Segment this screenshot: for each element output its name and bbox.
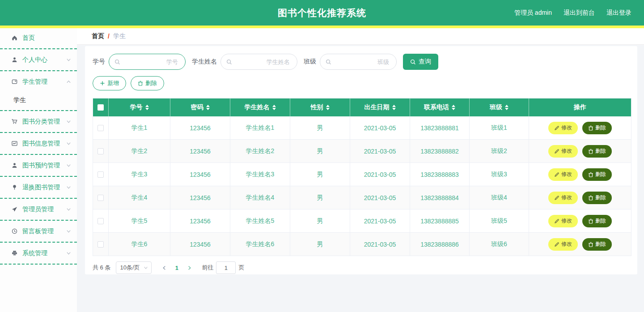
column-header[interactable]: 学生姓名 [230,98,290,116]
edit-button[interactable]: 修改 [548,215,578,227]
sort-caret-icon[interactable] [326,105,330,110]
page-size-select[interactable]: 10条/页 [116,261,152,274]
row-checkbox[interactable] [97,148,104,154]
select-all-checkbox[interactable] [97,104,104,111]
sidebar-item-message-board[interactable]: 留言板管理 [0,222,77,241]
sort-caret-icon[interactable] [272,105,276,110]
sidebar-subitem-student[interactable]: 学生 [0,91,77,109]
total-count: 共 6 条 [93,264,110,272]
sidebar-item-student-mgmt[interactable]: 学生管理 [0,72,77,91]
delete-row-button[interactable]: 删除 [582,215,612,227]
edit-button[interactable]: 修改 [548,168,578,181]
column-header[interactable]: 出生日期 [350,98,410,116]
row-checkbox[interactable] [97,171,104,178]
cell-actions: 修改 删除 [529,116,631,140]
delete-row-button[interactable]: 删除 [582,168,612,181]
cell-class: 班级6 [470,233,529,256]
delete-button-label: 删除 [595,240,606,248]
pencil-icon [554,242,559,247]
sidebar-item-system-mgmt[interactable]: 系统管理 [0,244,77,263]
breadcrumb-current: 学生 [113,32,126,40]
delete-button-label: 删除 [595,147,606,155]
student-no-input[interactable] [109,54,185,69]
row-checkbox-cell [93,163,109,186]
plus-icon [100,81,105,86]
sidebar-item-label: 留言板管理 [22,227,54,235]
add-button[interactable]: 新增 [93,76,126,90]
sidebar-item-label: 图书预约管理 [22,162,60,170]
sidebar-item-profile[interactable]: 个人中心 [0,50,77,69]
delete-row-button[interactable]: 删除 [582,145,612,158]
column-header[interactable]: 性别 [290,98,350,116]
edit-button[interactable]: 修改 [548,238,578,251]
trash-icon [138,81,143,86]
delete-row-button[interactable]: 删除 [582,192,612,204]
trash-icon [588,125,593,131]
sort-caret-icon[interactable] [392,105,396,110]
pencil-icon [554,149,559,154]
sidebar-item-admin-mgmt[interactable]: 管理员管理 [0,200,77,219]
cell-password: 123456 [170,233,230,256]
edit-button-label: 修改 [561,147,572,155]
query-button-label: 查询 [419,58,431,66]
student-name-label: 学生姓名 [192,58,217,66]
header-nav: 管理员 admin 退出到前台 退出登录 [514,0,631,26]
row-checkbox[interactable] [97,241,104,248]
sidebar-item-home[interactable]: 首页 [0,28,77,47]
batch-delete-button[interactable]: 删除 [131,76,164,90]
column-header[interactable]: 学号 [109,98,170,116]
exit-to-front-link[interactable]: 退出到前台 [564,9,595,17]
edit-button-label: 修改 [561,240,572,248]
page-number-current[interactable]: 1 [170,261,183,274]
row-checkbox[interactable] [97,125,104,131]
cell-class: 班级5 [470,209,529,233]
divider [0,242,77,243]
edit-button[interactable]: 修改 [548,145,578,158]
class-input[interactable] [320,54,396,69]
column-header[interactable]: 联系电话 [410,98,470,116]
column-header[interactable]: 密码 [170,98,230,116]
row-checkbox-cell [93,209,109,233]
row-checkbox[interactable] [97,218,104,224]
breadcrumb-home-link[interactable]: 首页 [92,32,104,40]
column-header[interactable]: 班级 [470,98,529,116]
class-input-wrap [320,54,397,70]
query-button[interactable]: 查询 [403,54,438,70]
cell-student-name: 学生姓名2 [230,140,290,163]
user-icon [11,56,18,64]
cell-gender: 男 [290,140,350,163]
student-name-input[interactable] [221,54,297,69]
divider [0,176,77,177]
next-page-button[interactable] [183,261,195,274]
sidebar-item-book-category[interactable]: 图书分类管理 [0,112,77,131]
cell-phone: 13823888883 [410,163,470,186]
divider [0,110,77,111]
prev-page-button[interactable] [158,261,170,274]
cell-birth-date: 2021-03-05 [350,186,410,209]
trash-icon [588,195,593,201]
admin-user-link[interactable]: 管理员 admin [514,9,552,17]
sort-caret-icon[interactable] [206,105,210,110]
delete-row-button[interactable]: 删除 [582,238,612,251]
page-suffix: 页 [238,264,244,272]
delete-row-button[interactable]: 删除 [582,122,612,134]
sidebar-item-book-reservation[interactable]: 图书预约管理 [0,156,77,175]
edit-button[interactable]: 修改 [548,192,578,204]
sort-caret-icon[interactable] [505,105,508,110]
toolbar: 新增 删除 [93,76,631,90]
goto-page-input[interactable] [216,261,236,274]
main-layout: 首页 个人中心 学生管理 [0,28,644,312]
table-row: 学生3 123456 学生姓名3 男 2021-03-05 1382388888… [93,163,631,186]
row-checkbox[interactable] [97,195,104,201]
delete-button-label: 删除 [595,124,606,132]
edit-button[interactable]: 修改 [548,122,578,134]
card-icon [11,78,18,85]
row-checkbox-cell [93,233,109,256]
cell-actions: 修改 删除 [529,186,631,209]
logout-link[interactable]: 退出登录 [606,9,631,17]
sort-caret-icon[interactable] [452,105,455,110]
search-icon [410,59,416,65]
sort-caret-icon[interactable] [145,105,149,110]
sidebar-item-book-info[interactable]: 图书信息管理 [0,134,77,153]
sidebar-item-book-return[interactable]: 退换图书管理 [0,178,77,197]
